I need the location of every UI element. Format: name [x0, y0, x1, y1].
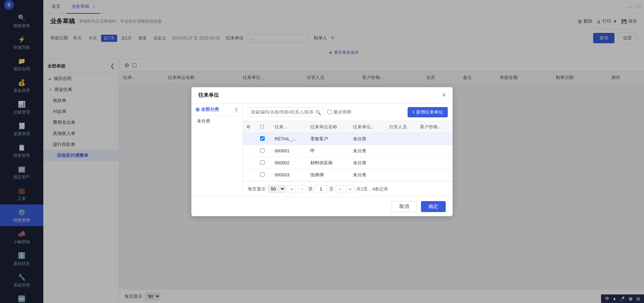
next-page-button[interactable]: › — [336, 185, 344, 193]
modal-search-bar: 🔍 显示停用 + 新增往来单位 — [243, 104, 453, 121]
row-checkbox-cell[interactable] — [257, 169, 271, 181]
row-category-cell: 未分类 — [349, 145, 386, 157]
status-diamond-icon: ♦ — [613, 296, 615, 301]
row-price-cell — [417, 169, 453, 181]
row-manager-cell — [386, 169, 417, 181]
row-checkbox-cell[interactable] — [257, 145, 271, 157]
modal-table-row[interactable]: 000002 材料供应商 未分类 — [243, 157, 453, 169]
last-page-button[interactable]: » — [346, 185, 354, 193]
page-size-label: 每页显示 — [248, 186, 266, 192]
modal-col-checkbox: ☐ — [257, 121, 271, 133]
modal-col-price: 客户价格... — [417, 121, 453, 133]
row-code-cell: RETAIL_... — [271, 133, 307, 145]
prev-page-button[interactable]: ‹ — [298, 185, 306, 193]
modal-table-row[interactable]: 000003 张师傅 未分类 — [243, 169, 453, 181]
modal-tree-header: ⊞ 全部分类 ❮ — [191, 104, 243, 116]
row-code-cell: 000002 — [271, 157, 307, 169]
first-page-button[interactable]: « — [288, 185, 296, 193]
modal-col-manager: 分管人员 — [386, 121, 417, 133]
add-counterpart-button[interactable]: + 新增往来单位 — [408, 107, 448, 117]
row-category-cell: 未分类 — [349, 157, 386, 169]
modal-table-row[interactable]: 000001 甲 未分类 — [243, 145, 453, 157]
row-price-cell — [417, 157, 453, 169]
row-checkbox[interactable] — [260, 136, 265, 141]
cancel-button[interactable]: 取消 — [391, 201, 417, 212]
modal-right: 🔍 显示停用 + 新增往来单位 ⚙ ☐ — [243, 104, 453, 197]
status-mic-icon: 🎤 — [620, 296, 625, 301]
modal-search-input[interactable] — [248, 107, 323, 117]
show-disabled-checkbox[interactable] — [327, 110, 332, 114]
modal-tree-item-uncategorized[interactable]: 未分类 — [191, 116, 243, 127]
row-code-cell: 000001 — [271, 145, 307, 157]
modal-table-wrap[interactable]: ⚙ ☐ 往来... 往来单位名称 往来单位... 分管人员 客户价格... — [243, 121, 453, 181]
confirm-button[interactable]: 确定 — [421, 201, 446, 212]
total-records: 共1页，4条记录 — [356, 186, 388, 192]
counterpart-modal: 往来单位 × ⊞ 全部分类 ❮ 未分类 — [191, 87, 453, 216]
category-grid-icon: ⊞ — [196, 107, 200, 112]
row-code-cell: 000003 — [271, 169, 307, 181]
row-category-cell: 未分类 — [349, 133, 386, 145]
page-number-input[interactable] — [315, 185, 327, 193]
show-disabled-label[interactable]: 显示停用 — [327, 109, 351, 115]
row-manager-cell — [386, 157, 417, 169]
status-cn-icon: 中 — [605, 296, 609, 302]
search-icon: 🔍 — [315, 109, 321, 115]
modal-header: 往来单位 × — [191, 87, 453, 104]
row-setting-cell — [243, 145, 257, 157]
tree-collapse-icon[interactable]: ❮ — [234, 107, 238, 112]
modal-col-name: 往来单位名称 — [307, 121, 349, 133]
modal-table: ⚙ ☐ 往来... 往来单位名称 往来单位... 分管人员 客户价格... — [243, 121, 453, 181]
row-name-cell: 材料供应商 — [307, 157, 349, 169]
modal-close-button[interactable]: × — [442, 92, 446, 98]
modal-col-category: 往来单位... — [349, 121, 386, 133]
search-wrap: 🔍 — [248, 107, 323, 117]
row-setting-cell — [243, 169, 257, 181]
row-checkbox[interactable] — [260, 160, 265, 165]
row-checkbox-cell[interactable] — [257, 133, 271, 145]
row-manager-cell — [386, 145, 417, 157]
modal-pagination: 每页显示 50 100 200 « ‹ 第 页 › » 共1页，4条记录 — [243, 181, 453, 197]
row-name-cell: 零散客户 — [307, 133, 349, 145]
row-manager-cell — [386, 133, 417, 145]
status-bar: 中 ♦ 🎤 ⊞ ⊡ — [601, 294, 644, 303]
modal-overlay: 往来单位 × ⊞ 全部分类 ❮ 未分类 — [0, 0, 644, 303]
page-label: 第 — [308, 186, 313, 192]
modal-body: ⊞ 全部分类 ❮ 未分类 🔍 显示停用 — [191, 104, 453, 197]
row-checkbox[interactable] — [260, 148, 265, 153]
row-name-cell: 张师傅 — [307, 169, 349, 181]
row-category-cell: 未分类 — [349, 169, 386, 181]
row-price-cell — [417, 133, 453, 145]
modal-col-code: 往来... — [271, 121, 307, 133]
row-price-cell — [417, 145, 453, 157]
row-setting-cell — [243, 157, 257, 169]
modal-tree: ⊞ 全部分类 ❮ 未分类 — [191, 104, 243, 197]
row-checkbox-cell[interactable] — [257, 157, 271, 169]
status-layout-icon: ⊡ — [636, 296, 640, 301]
modal-title: 往来单位 — [198, 92, 219, 98]
modal-footer: 取消 确定 — [191, 197, 453, 216]
page-unit: 页 — [329, 186, 334, 192]
row-name-cell: 甲 — [307, 145, 349, 157]
page-size-select[interactable]: 50 100 200 — [268, 185, 286, 193]
row-setting-cell — [243, 133, 257, 145]
row-checkbox[interactable] — [260, 172, 265, 177]
modal-table-row[interactable]: RETAIL_... 零散客户 未分类 — [243, 133, 453, 145]
modal-col-setting: ⚙ — [243, 121, 257, 133]
status-grid-icon: ⊞ — [629, 296, 632, 301]
